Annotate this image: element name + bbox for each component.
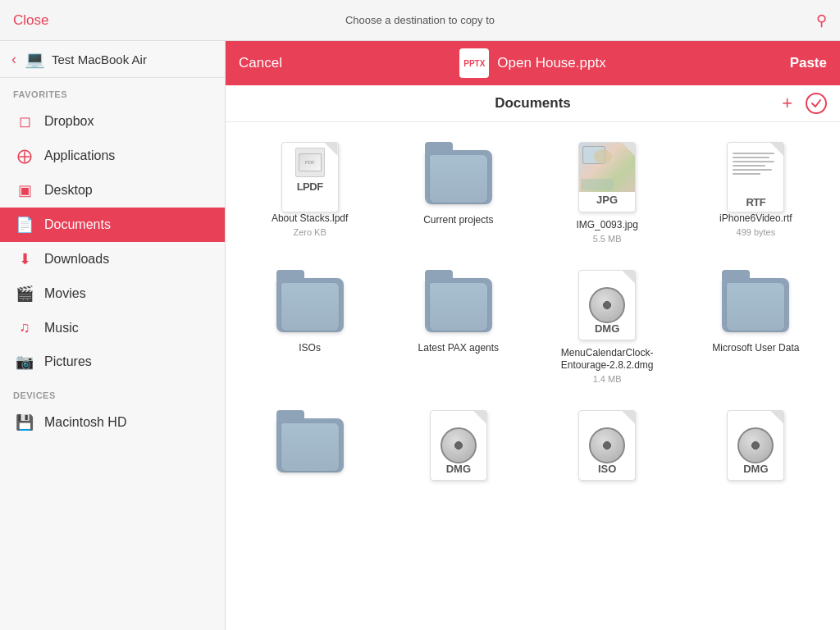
file-item-bottom3[interactable]: ISO xyxy=(536,404,678,494)
sidebar-item-desktop[interactable]: ▣ Desktop xyxy=(0,173,225,208)
sidebar-label-documents: Documents xyxy=(44,217,111,232)
hd-icon: 💾 xyxy=(13,413,36,431)
documents-title: Documents xyxy=(495,95,571,112)
top-bar: Close Choose a destination to copy to ⚲ xyxy=(0,0,840,41)
sidebar-item-movies[interactable]: 🎬 Movies xyxy=(0,276,225,311)
devices-label: DEVICES xyxy=(0,379,225,405)
file-name-img-0093: IMG_0093.jpg xyxy=(576,219,637,232)
file-item-about-stacks[interactable]: PDF LPDF About Stacks.lpdf Zero KB xyxy=(239,135,381,250)
file-name-iphone6video: iPhone6Video.rtf xyxy=(719,212,792,226)
top-bar-title: Choose a destination to copy to xyxy=(345,14,495,26)
sidebar-label-desktop: Desktop xyxy=(44,183,93,198)
sidebar-label-music: Music xyxy=(44,321,79,336)
file-name-about-stacks: About Stacks.lpdf xyxy=(272,212,348,226)
header-actions: + xyxy=(782,93,827,114)
laptop-icon: 💻 xyxy=(25,49,45,69)
file-item-current-projects[interactable]: Current projects xyxy=(387,135,529,250)
sidebar-label-macintosh-hd: Macintosh HD xyxy=(44,415,126,430)
sidebar-item-pictures[interactable]: 📷 Pictures xyxy=(0,345,225,379)
right-panel: Cancel PPTX Open House.pptx Paste Docume… xyxy=(226,41,840,630)
sidebar-item-applications[interactable]: ⨁ Applications xyxy=(0,139,225,173)
device-row[interactable]: ‹ 💻 Test MacBook Air xyxy=(0,41,225,78)
file-size-menucalendar: 1.4 MB xyxy=(593,374,622,384)
file-item-latest-pax[interactable]: Latest PAX agents xyxy=(387,263,529,390)
favorites-label: FAVORITES xyxy=(0,78,225,104)
file-item-bottom4[interactable]: DMG xyxy=(685,404,827,494)
file-name: Open House.pptx xyxy=(497,55,605,71)
sidebar: ‹ 💻 Test MacBook Air FAVORITES ◻ Dropbox… xyxy=(0,41,226,630)
sidebar-item-macintosh-hd[interactable]: 💾 Macintosh HD xyxy=(0,405,225,440)
dropbox-icon: ◻ xyxy=(13,112,36,130)
close-button[interactable]: Close xyxy=(13,12,48,29)
file-item-isos[interactable]: ISOs xyxy=(239,263,381,390)
search-icon[interactable]: ⚲ xyxy=(816,11,827,30)
action-bar: Cancel PPTX Open House.pptx Paste xyxy=(226,41,840,85)
file-name-latest-pax: Latest PAX agents xyxy=(418,342,500,355)
confirm-button[interactable] xyxy=(806,93,827,114)
sidebar-label-pictures: Pictures xyxy=(44,354,92,369)
file-item-iphone6video[interactable]: RTF iPhone6Video.rtf 499 bytes xyxy=(685,135,827,250)
file-name-isos: ISOs xyxy=(299,342,321,355)
downloads-icon: ⬇ xyxy=(13,250,36,268)
music-icon: ♫ xyxy=(13,319,36,336)
add-folder-button[interactable]: + xyxy=(782,93,792,114)
file-info: PPTX Open House.pptx xyxy=(296,48,769,78)
file-name-microsoft-user: Microsoft User Data xyxy=(712,342,799,355)
documents-icon: 📄 xyxy=(13,216,36,234)
file-name-current-projects: Current projects xyxy=(423,214,493,227)
file-type-icon: PPTX xyxy=(459,48,489,78)
sidebar-item-downloads[interactable]: ⬇ Downloads xyxy=(0,242,225,276)
movies-icon: 🎬 xyxy=(13,285,36,303)
file-grid: PDF LPDF About Stacks.lpdf Zero KB Curre… xyxy=(226,122,840,630)
file-name-menucalendar: MenuCalendarClock-Entourage-2.8.2.dmg xyxy=(540,347,675,372)
sidebar-item-music[interactable]: ♫ Music xyxy=(0,311,225,345)
desktop-icon: ▣ xyxy=(13,181,36,199)
file-item-bottom2[interactable]: DMG xyxy=(387,404,529,494)
pictures-icon: 📷 xyxy=(13,353,36,371)
file-item-menucalendar[interactable]: DMG MenuCalendarClock-Entourage-2.8.2.dm… xyxy=(536,263,678,390)
back-arrow-icon[interactable]: ‹ xyxy=(11,51,16,68)
main-layout: ‹ 💻 Test MacBook Air FAVORITES ◻ Dropbox… xyxy=(0,41,840,630)
applications-icon: ⨁ xyxy=(13,147,36,165)
file-item-bottom1[interactable] xyxy=(239,404,381,494)
file-size-iphone6video: 499 bytes xyxy=(737,227,776,237)
device-name: Test MacBook Air xyxy=(52,52,147,66)
sidebar-label-applications: Applications xyxy=(44,148,115,163)
sidebar-item-dropbox[interactable]: ◻ Dropbox xyxy=(0,104,225,139)
paste-button[interactable]: Paste xyxy=(769,55,827,71)
sidebar-label-downloads: Downloads xyxy=(44,252,109,267)
file-size-about-stacks: Zero KB xyxy=(293,227,326,237)
file-item-microsoft-user[interactable]: Microsoft User Data xyxy=(685,263,827,390)
sidebar-label-dropbox: Dropbox xyxy=(44,114,94,129)
cancel-button[interactable]: Cancel xyxy=(239,55,296,71)
documents-header: Documents + xyxy=(226,85,840,122)
sidebar-item-documents[interactable]: 📄 Documents xyxy=(0,208,225,242)
file-item-img-0093[interactable]: JPG IMG_0093.jpg 5.5 MB xyxy=(536,135,678,250)
sidebar-label-movies: Movies xyxy=(44,286,86,301)
file-size-img-0093: 5.5 MB xyxy=(593,234,622,244)
rtf-thumb: RTF xyxy=(727,142,784,212)
